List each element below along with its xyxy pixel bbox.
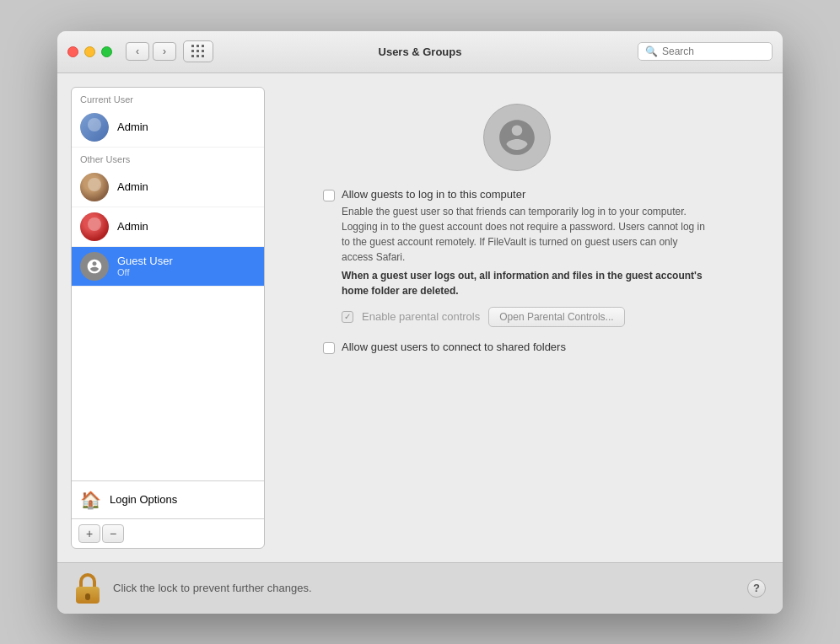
sidebar-item-guest-user[interactable]: Guest User Off (72, 247, 264, 287)
minimize-button[interactable] (84, 46, 95, 57)
lock-body (76, 587, 100, 604)
remove-user-button[interactable]: − (102, 524, 124, 543)
avatar-guest (80, 252, 109, 281)
bottom-bar: Click the lock to prevent further change… (57, 562, 783, 614)
parental-controls-checkbox[interactable] (342, 311, 353, 323)
sidebar: Current User Admin Other Users Admin (71, 87, 265, 549)
grid-icon (191, 45, 206, 59)
allow-guests-desc: Enable the guest user so that friends ca… (342, 204, 711, 265)
guest-user-name: Guest User (117, 255, 173, 267)
other-users-label: Other Users (72, 148, 264, 168)
window-title: Users & Groups (379, 46, 462, 58)
lock-hole (85, 593, 90, 600)
grid-view-button[interactable] (183, 40, 213, 62)
current-user-label: Current User (72, 88, 264, 108)
allow-shared-label: Allow guest users to connect to shared f… (342, 341, 566, 353)
main-panel: Allow guests to log in to this computer … (265, 87, 769, 549)
avatar-current-user (80, 113, 109, 142)
allow-guests-warning: When a guest user logs out, all informat… (342, 268, 711, 298)
sidebar-bottom-bar: + − (72, 518, 264, 548)
avatar (80, 113, 109, 142)
sidebar-item-other-admin-2[interactable]: Admin (72, 207, 264, 247)
content-area: Current User Admin Other Users Admin (57, 73, 783, 562)
zoom-button[interactable] (101, 46, 112, 57)
lock-shackle (79, 573, 96, 587)
other-user-2-info: Admin (117, 220, 148, 233)
sidebar-item-current-admin[interactable]: Admin (72, 108, 264, 148)
close-button[interactable] (67, 46, 78, 57)
other-user-1-info: Admin (117, 180, 148, 193)
allow-guests-checkbox[interactable] (323, 190, 335, 201)
search-icon: 🔍 (645, 46, 658, 57)
other-user-2-name: Admin (117, 220, 148, 233)
forward-button[interactable]: › (153, 42, 176, 61)
add-user-button[interactable]: + (78, 524, 100, 543)
current-user-info: Admin (117, 121, 148, 133)
allow-shared-checkbox-wrapper[interactable] (323, 342, 335, 354)
lock-icon[interactable] (74, 573, 101, 604)
guest-avatar-large (483, 104, 551, 171)
house-icon: 🏠 (80, 490, 101, 510)
allow-guests-row: Allow guests to log in to this computer … (323, 188, 711, 298)
allow-guests-label: Allow guests to log in to this computer (342, 188, 711, 201)
allow-guests-content: Allow guests to log in to this computer … (342, 188, 711, 298)
login-options-label: Login Options (110, 493, 177, 506)
search-input[interactable] (662, 46, 765, 57)
parental-controls-label: Enable parental controls (362, 310, 480, 323)
other-user-1-name: Admin (117, 180, 148, 193)
sidebar-item-other-admin-1[interactable]: Admin (72, 168, 264, 207)
avatar-other-2 (80, 212, 109, 241)
guest-user-info: Guest User Off (117, 255, 173, 277)
lock-text: Click the lock to prevent further change… (113, 582, 735, 594)
sidebar-login-options[interactable]: 🏠 Login Options (72, 481, 264, 518)
back-button[interactable]: ‹ (126, 42, 149, 61)
guest-user-status: Off (117, 267, 173, 277)
app-window: ‹ › Users & Groups 🔍 Current User (57, 31, 783, 614)
avatar-other-1 (80, 173, 109, 201)
nav-buttons: ‹ › (126, 42, 176, 61)
allow-shared-checkbox[interactable] (323, 342, 335, 354)
allow-shared-row: Allow guest users to connect to shared f… (323, 341, 711, 354)
allow-guests-checkbox-wrapper[interactable] (323, 190, 335, 201)
titlebar: ‹ › Users & Groups 🔍 (57, 31, 783, 73)
traffic-lights (67, 46, 112, 57)
current-user-name: Admin (117, 121, 148, 133)
help-button[interactable]: ? (747, 579, 766, 598)
guest-options: Allow guests to log in to this computer … (323, 188, 711, 362)
parental-controls-row: Enable parental controls Open Parental C… (342, 307, 711, 327)
open-parental-controls-button[interactable]: Open Parental Controls... (488, 307, 624, 327)
search-box[interactable]: 🔍 (638, 42, 773, 61)
